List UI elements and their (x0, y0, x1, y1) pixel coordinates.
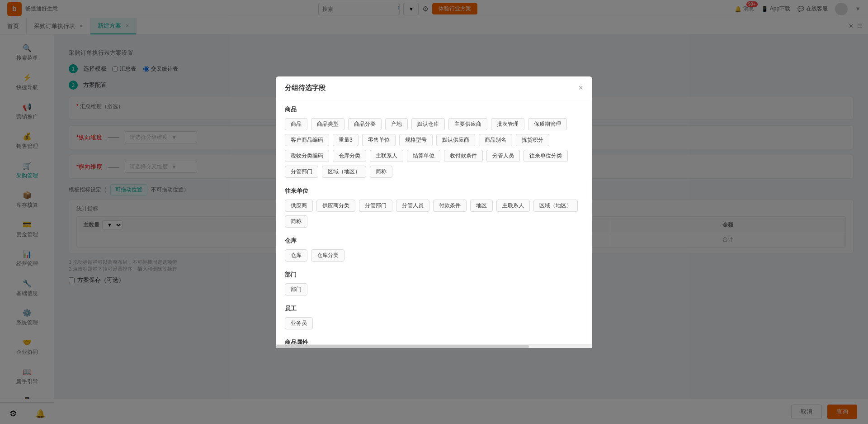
section-product-attr-title: 商品属性 (285, 338, 583, 344)
field-tag[interactable]: 结算单位 (407, 150, 440, 162)
field-tag[interactable]: 仓库分类 (333, 150, 366, 162)
field-tag[interactable]: 零售单位 (362, 134, 396, 146)
field-tag[interactable]: 地区 (470, 200, 493, 212)
section-dept-title: 部门 (285, 271, 583, 279)
field-tag[interactable]: 区域（地区） (322, 166, 366, 178)
field-tag[interactable]: 默认仓库 (411, 118, 445, 130)
field-tag[interactable]: 保质期管理 (528, 118, 567, 130)
field-tag[interactable]: 简称 (370, 166, 392, 178)
field-tag[interactable]: 批次管理 (491, 118, 524, 130)
field-tag[interactable]: 业务员 (285, 317, 313, 329)
field-tag[interactable]: 商品分类 (348, 118, 382, 130)
field-tag[interactable]: 分管人员 (396, 200, 429, 212)
modal-body: 商品 商品 商品类型 商品分类 产地 默认仓库 主要供应商 批次管理 保质期管理… (276, 98, 592, 344)
section-employee: 员工 业务员 (285, 305, 583, 329)
field-tag[interactable]: 简称 (285, 215, 307, 228)
field-tag[interactable]: 重量3 (333, 134, 359, 146)
field-tag[interactable]: 默认供应商 (436, 134, 475, 146)
section-warehouse: 仓库 仓库 仓库分类 (285, 237, 583, 262)
section-warehouse-title: 仓库 (285, 237, 583, 245)
section-partner-tags: 供应商 供应商分类 分管部门 分管人员 付款条件 地区 主联系人 区域（地区） … (285, 200, 583, 228)
field-tag[interactable]: 区域（地区） (533, 200, 578, 212)
modal-horizontal-scrollbar[interactable] (276, 344, 592, 348)
field-tag[interactable]: 拣货积分 (516, 134, 549, 146)
field-tag[interactable]: 分管部门 (285, 166, 318, 178)
field-tag[interactable]: 部门 (285, 283, 307, 295)
section-dept-tags: 部门 (285, 283, 583, 295)
section-dept: 部门 部门 (285, 271, 583, 295)
modal-header: 分组待选字段 × (276, 76, 592, 98)
field-tag[interactable]: 分管人员 (486, 150, 520, 162)
section-product: 商品 商品 商品类型 商品分类 产地 默认仓库 主要供应商 批次管理 保质期管理… (285, 105, 583, 178)
section-product-title: 商品 (285, 105, 583, 114)
field-tag[interactable]: 主要供应商 (448, 118, 487, 130)
field-tag[interactable]: 商品 (285, 118, 307, 130)
field-tag[interactable]: 付款条件 (433, 200, 467, 212)
field-tag[interactable]: 税收分类编码 (285, 150, 329, 162)
field-tag[interactable]: 仓库 (285, 249, 307, 262)
section-partner: 往来单位 供应商 供应商分类 分管部门 分管人员 付款条件 地区 主联系人 区域… (285, 187, 583, 228)
section-partner-title: 往来单位 (285, 187, 583, 195)
field-tag[interactable]: 规格型号 (399, 134, 433, 146)
field-tag[interactable]: 往来单位分类 (524, 150, 568, 162)
modal-title: 分组待选字段 (285, 84, 326, 92)
field-tag[interactable]: 客户商品编码 (285, 134, 329, 146)
section-employee-tags: 业务员 (285, 317, 583, 329)
section-product-tags: 商品 商品类型 商品分类 产地 默认仓库 主要供应商 批次管理 保质期管理 客户… (285, 118, 583, 178)
field-tag[interactable]: 分管部门 (359, 200, 392, 212)
field-tag[interactable]: 产地 (385, 118, 408, 130)
modal-close-button[interactable]: × (578, 84, 583, 92)
field-tag[interactable]: 主联系人 (496, 200, 530, 212)
modal-backdrop: 分组待选字段 × 商品 商品 商品类型 商品分类 产地 默认仓库 主要供应商 批… (0, 0, 868, 424)
modal-field-select: 分组待选字段 × 商品 商品 商品类型 商品分类 产地 默认仓库 主要供应商 批… (276, 76, 592, 348)
section-employee-title: 员工 (285, 305, 583, 313)
field-tag[interactable]: 商品类型 (311, 118, 344, 130)
field-tag[interactable]: 收付款条件 (444, 150, 483, 162)
section-warehouse-tags: 仓库 仓库分类 (285, 249, 583, 262)
field-tag[interactable]: 商品别名 (479, 134, 512, 146)
field-tag[interactable]: 供应商 (285, 200, 313, 212)
field-tag[interactable]: 主联系人 (370, 150, 403, 162)
modal-hscroll-thumb (276, 345, 529, 348)
field-tag[interactable]: 仓库分类 (311, 249, 344, 262)
section-product-attr: 商品属性 属性 颜色 多规格 尺码 鞋码 1 (285, 338, 583, 344)
field-tag[interactable]: 供应商分类 (316, 200, 355, 212)
